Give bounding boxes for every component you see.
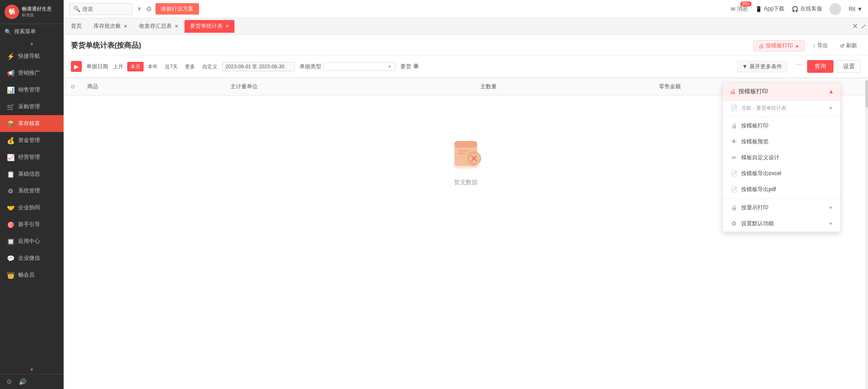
template-excel-icon: 📄: [730, 170, 738, 177]
page-actions: 🖨 按模板打印 ▲ ↑ 导出 ↺ 刷新: [753, 40, 861, 51]
print-template-button[interactable]: 🖨 按模板打印 ▲: [753, 40, 804, 51]
dropdown-title-label: 按模板打印: [738, 87, 768, 96]
date-btn-this-year[interactable]: 本年: [145, 62, 161, 71]
user-avatar-action[interactable]: [829, 3, 841, 15]
topbar-search-input[interactable]: [82, 6, 128, 12]
system-icon: ⚙: [6, 187, 15, 195]
sidebar-item-label: 企业微信: [18, 254, 40, 262]
tab-close-all-icon[interactable]: ✕: [852, 22, 858, 30]
date-btn-7days[interactable]: 近7天: [162, 62, 181, 71]
tab-order-stat-close[interactable]: ✕: [225, 24, 229, 29]
date-btn-more[interactable]: 更多: [182, 62, 198, 71]
operation-icon: 📈: [6, 154, 15, 161]
sidebar-item-wechat[interactable]: 💬 企业微信: [0, 250, 64, 267]
dropdown-arrow-icon[interactable]: ▼: [136, 5, 142, 12]
tab-maximize-icon[interactable]: ⤢: [861, 23, 866, 30]
settings-bottom-icon[interactable]: ⚙: [6, 378, 12, 385]
scroll-up-btn[interactable]: ▲: [0, 39, 64, 48]
sidebar-item-quick-nav[interactable]: ⚡ 快捷导航: [0, 48, 64, 65]
tab-order-stat[interactable]: 要货单统计表 ✕: [185, 20, 234, 33]
app-download-action[interactable]: 📱 App下载: [755, 5, 784, 13]
dropdown-current-template[interactable]: 📄 当前：要货单统计表 ▼: [723, 101, 840, 116]
sidebar-item-system[interactable]: ⚙ 系统管理: [0, 182, 64, 199]
sidebar-item-apps[interactable]: 🔲 应用中心: [0, 233, 64, 250]
dropdown-template-design[interactable]: ✏ 模板自定义设计: [723, 150, 840, 166]
sidebar-item-label: 系统管理: [18, 187, 40, 195]
default-func-arrow: ▼: [828, 221, 833, 226]
type-filter-select[interactable]: ▼: [323, 62, 396, 71]
online-service-action[interactable]: 🎧 在线客服: [792, 5, 822, 13]
messages-badge: 99+: [740, 1, 752, 6]
template-preview-icon: 👁: [730, 138, 738, 145]
messages-action[interactable]: ✉ 消息 99+: [731, 5, 748, 13]
settings-button[interactable]: 设置: [837, 60, 861, 73]
sidebar-item-operation[interactable]: 📈 经营管理: [0, 149, 64, 166]
sidebar-item-basic[interactable]: 📋 基础信息: [0, 166, 64, 182]
topbar: 🔍 ▼ ⚙ 体验行业方案 ✉ 消息 99+ 📱 App下载 🎧 在线客服: [64, 0, 868, 18]
column-settings[interactable]: ⚙: [64, 78, 82, 96]
divider-2: [723, 198, 840, 199]
scrollbar-thumb: [865, 80, 868, 107]
sidebar-item-marketing[interactable]: 📢 营销推广: [0, 65, 64, 81]
sidebar-item-label: 经营管理: [18, 153, 40, 161]
dropdown-template-print[interactable]: 🖨 按模板打印: [723, 118, 840, 134]
sidebar-item-label: 新手引导: [18, 221, 40, 228]
template-design-label: 模板自定义设计: [741, 154, 779, 162]
date-btn-last-month[interactable]: 上月: [110, 62, 126, 71]
more-options-icon[interactable]: ⋯: [796, 60, 803, 73]
column-settings-icon[interactable]: ⚙: [70, 84, 75, 90]
sidebar: 畅 畅康通好生意 标准版 🔍 搜索菜单 ▲ ⚡ 快捷导航 📢 营销推广 📊 销售…: [0, 0, 64, 389]
sidebar-item-sales[interactable]: 📊 销售管理: [0, 81, 64, 98]
export-button[interactable]: ↑ 导出: [809, 40, 832, 51]
sidebar-item-member[interactable]: 👑 畅会员: [0, 267, 64, 283]
topbar-settings-icon[interactable]: ⚙: [146, 5, 152, 13]
print-expand-icon: ▲: [795, 43, 799, 48]
sidebar-item-label: 采购管理: [18, 103, 40, 111]
dropdown-title: 🖨 按模板打印: [729, 87, 768, 96]
dropdown-template-pdf[interactable]: 📄 按模板导出pdf: [723, 182, 840, 197]
expand-more-button[interactable]: ▼ 展开更多条件: [737, 61, 787, 72]
sidebar-item-guide[interactable]: 🎯 新手引导: [0, 216, 64, 233]
tab-collection-close[interactable]: ✕: [175, 24, 178, 29]
user-name-action[interactable]: Rit ▼: [848, 6, 863, 12]
svg-rect-8: [458, 153, 466, 154]
dropdown-display-print[interactable]: 🖨 按显示打印 ▼: [723, 200, 840, 216]
sidebar-item-finance[interactable]: 💰 资金管理: [0, 132, 64, 149]
sidebar-item-enterprise[interactable]: 🤝 企业协同: [0, 199, 64, 216]
type-filter-label: 单据类型: [299, 63, 321, 71]
sidebar-item-label: 基础信息: [18, 170, 40, 178]
scroll-down-btn[interactable]: ▼: [0, 365, 64, 374]
date-buttons: 上月 本月 本年 近7天 更多 自定义: [110, 62, 220, 71]
topbar-search-icon: 🔍: [73, 5, 80, 12]
filter-expand-icon[interactable]: ▶: [71, 61, 82, 72]
trial-industry-button[interactable]: 体验行业方案: [155, 3, 199, 15]
sidebar-item-inventory[interactable]: 📦 库存核算: [0, 115, 64, 132]
quick-nav-icon: ⚡: [6, 53, 15, 60]
template-print-label: 按模板打印: [741, 122, 768, 130]
date-range-display[interactable]: 2023-06-01 至 2023-06-30: [222, 62, 295, 71]
print-template-label: 按模板打印: [766, 42, 793, 50]
tab-batch[interactable]: 库存批次账 ✕: [88, 20, 133, 33]
topbar-search-box[interactable]: 🔍: [69, 3, 133, 15]
page-content: 要货单统计表(按商品) 🖨 按模板打印 ▲ ↑ 导出 ↺ 刷新 ▶: [64, 35, 868, 389]
dropdown-template-preview[interactable]: 👁 按模板预览: [723, 134, 840, 150]
right-scrollbar[interactable]: [865, 80, 868, 389]
date-btn-this-month[interactable]: 本月: [127, 62, 144, 71]
sidebar-item-label: 库存核算: [18, 120, 40, 127]
sidebar-search[interactable]: 🔍 搜索菜单: [0, 24, 64, 39]
messages-icon: ✉: [731, 6, 735, 12]
date-btn-custom[interactable]: 自定义: [199, 62, 220, 71]
topbar-actions: ✉ 消息 99+ 📱 App下载 🎧 在线客服 Rit ▼: [731, 3, 863, 15]
dropdown-default-func[interactable]: ⚙ 设置默认功能 ▼: [723, 216, 840, 232]
tab-batch-close[interactable]: ✕: [124, 24, 127, 29]
dropdown-collapse-icon[interactable]: ▲: [828, 88, 834, 95]
tab-collection[interactable]: 收发存汇总表 ✕: [134, 20, 184, 33]
sound-icon[interactable]: 🔊: [19, 378, 26, 385]
tab-home[interactable]: 首页: [65, 20, 87, 33]
wechat-icon: 💬: [6, 255, 15, 262]
sidebar-item-purchase[interactable]: 🛒 采购管理: [0, 98, 64, 115]
query-button[interactable]: 查询: [807, 60, 833, 73]
default-func-label: 设置默认功能: [741, 220, 774, 227]
dropdown-template-excel[interactable]: 📄 按模板导出excel: [723, 166, 840, 182]
refresh-button[interactable]: ↺ 刷新: [836, 40, 861, 51]
